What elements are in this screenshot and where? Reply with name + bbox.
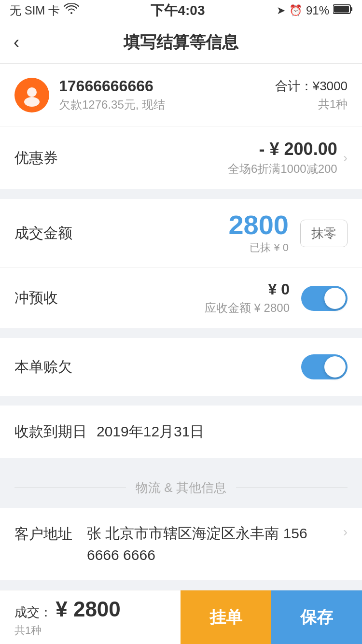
address-value: 张 北京市市辖区海淀区永丰南 156 6666 6666 [87, 522, 335, 566]
chevron-right-icon: › [343, 150, 348, 166]
bottom-count: 共1种 [14, 623, 166, 638]
deal-section: 成交金额 2800 已抹 ¥ 0 抹零 冲预收 ¥ 0 应收金额 ¥ 2800 [0, 199, 362, 328]
deal-amount: 2800 [228, 211, 289, 238]
logistics-line-right [236, 488, 348, 488]
battery-text: 91% [306, 4, 329, 17]
prereceive-value: ¥ 0 [205, 280, 290, 298]
status-right: ➤ ⏰ 91% [277, 4, 352, 17]
debt-toggle[interactable] [301, 354, 348, 379]
toggle-knob [324, 288, 346, 309]
alarm-icon: ⏰ [289, 4, 302, 17]
address-label: 客户地址 [14, 522, 72, 544]
deal-sub: 已抹 ¥ 0 [228, 240, 289, 255]
bottom-summary: 成交： ¥ 2800 共1种 [0, 597, 181, 638]
logistics-text: 物流 & 其他信息 [136, 479, 226, 496]
svg-point-3 [27, 87, 37, 97]
customer-card: 17666666666 欠款1276.35元, 现结 合计：¥3000 共1种 … [0, 64, 362, 189]
customer-sub: 欠款1276.35元, 现结 [59, 97, 165, 112]
customer-row: 17666666666 欠款1276.35元, 现结 合计：¥3000 共1种 [0, 64, 362, 126]
svg-rect-1 [350, 7, 352, 11]
total-count: 共1种 [275, 97, 348, 112]
deal-label: 成交金额 [14, 224, 72, 243]
bottom-bar: 成交： ¥ 2800 共1种 挂单 保存 [0, 590, 362, 644]
status-time: 下午4:03 [151, 1, 205, 20]
prereceive-row: 冲预收 ¥ 0 应收金额 ¥ 2800 [0, 267, 362, 328]
duedate-row: 收款到期日 2019年12月31日 [0, 406, 362, 458]
nav-bar: ‹ 填写结算等信息 [0, 21, 362, 64]
coupon-label: 优惠券 [14, 148, 58, 168]
address-row[interactable]: 客户地址 张 北京市市辖区海淀区永丰南 156 6666 6666 › [0, 508, 362, 580]
coupon-desc: 全场6折满1000减200 [228, 161, 337, 177]
svg-rect-2 [334, 6, 349, 13]
prereceive-label: 冲预收 [14, 288, 58, 308]
address-chevron-icon: › [343, 522, 348, 540]
status-bar: 无 SIM 卡 下午4:03 ➤ ⏰ 91% [0, 0, 362, 21]
logistics-divider: 物流 & 其他信息 [0, 468, 362, 508]
battery-icon [333, 4, 352, 17]
page-title: 填写结算等信息 [124, 31, 238, 54]
save-button[interactable]: 保存 [271, 590, 362, 644]
status-left: 无 SIM 卡 [10, 3, 79, 18]
coupon-row[interactable]: 优惠券 - ¥ 200.00 全场6折满1000减200 › [0, 126, 362, 189]
prereceive-sub: 应收金额 ¥ 2800 [205, 300, 290, 316]
back-button[interactable]: ‹ [14, 32, 19, 53]
logistics-line-left [14, 488, 126, 488]
deal-amount-wrapper: 2800 已抹 ¥ 0 [228, 211, 289, 255]
location-icon: ➤ [277, 4, 285, 17]
customer-phone: 17666666666 [59, 77, 165, 95]
bottom-amount: ¥ 2800 [56, 597, 121, 621]
debt-label: 本单赊欠 [14, 357, 72, 377]
avatar [14, 78, 49, 112]
content: 17666666666 欠款1276.35元, 现结 合计：¥3000 共1种 … [0, 64, 362, 644]
customer-total: 合计：¥3000 共1种 [275, 78, 348, 112]
prereceive-amounts: ¥ 0 应收金额 ¥ 2800 [205, 280, 290, 316]
bottom-deal-label: 成交： ¥ 2800 [14, 597, 166, 621]
hold-button[interactable]: 挂单 [181, 590, 271, 644]
coupon-amount: - ¥ 200.00 [228, 139, 337, 159]
svg-point-4 [24, 97, 40, 107]
deal-row: 成交金额 2800 已抹 ¥ 0 抹零 [0, 199, 362, 267]
wifi-icon [64, 3, 79, 18]
prereceive-toggle[interactable] [301, 286, 348, 311]
duedate-value: 2019年12月31日 [97, 422, 204, 442]
round-button[interactable]: 抹零 [300, 220, 348, 247]
debt-row: 本单赊欠 [0, 338, 362, 396]
sim-status: 无 SIM 卡 [10, 3, 60, 18]
coupon-right: - ¥ 200.00 全场6折满1000减200 › [228, 139, 348, 177]
coupon-info: - ¥ 200.00 全场6折满1000减200 [228, 139, 337, 177]
total-label: 合计：¥3000 [275, 78, 348, 95]
customer-left: 17666666666 欠款1276.35元, 现结 [14, 77, 165, 112]
deal-right: 2800 已抹 ¥ 0 抹零 [228, 211, 348, 255]
total-value: ¥3000 [313, 79, 348, 93]
duedate-label: 收款到期日 [14, 422, 87, 442]
prereceive-right: ¥ 0 应收金额 ¥ 2800 [205, 280, 348, 316]
debt-toggle-knob [324, 356, 346, 378]
customer-info: 17666666666 欠款1276.35元, 现结 [59, 77, 165, 112]
